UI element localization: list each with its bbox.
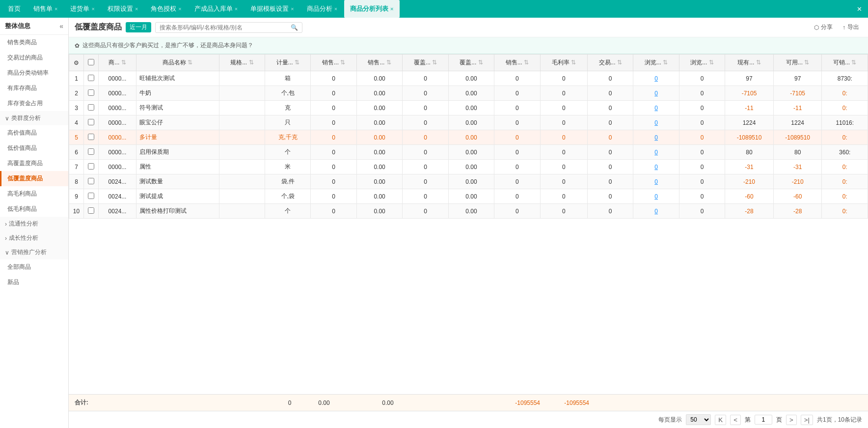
nav-goods-analysis-list[interactable]: 商品分析列表 × (344, 0, 399, 18)
sidebar-item-stocked-goods[interactable]: 有库存商品 (0, 81, 68, 96)
nav-goods-analysis-close[interactable]: × (334, 6, 337, 12)
row-checkbox[interactable] (84, 130, 99, 145)
sidebar-item-high-coverage[interactable]: 高覆盖度商品 (0, 156, 68, 171)
sidebar-item-low-margin[interactable]: 低毛利商品 (0, 201, 68, 217)
row-sales-qty: 0 (311, 174, 356, 189)
row-browse1[interactable]: 0 (633, 189, 679, 204)
top-nav: 首页 销售单 × 进货单 × 权限设置 × 角色授权 × 产成品入库单 × 单据… (0, 0, 868, 18)
nav-roles-close[interactable]: × (178, 6, 181, 12)
sidebar-collapse-btn[interactable]: « (59, 22, 63, 30)
sidebar-item-sales-goods[interactable]: 销售类商品 (0, 35, 68, 50)
nav-production-close[interactable]: × (235, 6, 238, 12)
col-cov2[interactable]: 覆盖... ⇅ (448, 55, 494, 71)
col-name[interactable]: 商品名称 ⇅ (136, 55, 219, 71)
sidebar-item-category-rate[interactable]: 商品分类动销率 (0, 65, 68, 81)
row-trade: 0 (588, 115, 633, 130)
table-container[interactable]: ⚙ 商... ⇅ 商品名称 ⇅ 规格... ⇅ 计量... ⇅ 销售... ⇅ … (69, 54, 868, 394)
sidebar-section-cluster[interactable]: ∨ 类群度分析 (0, 111, 68, 125)
row-checkbox[interactable] (84, 145, 99, 160)
last-page-btn[interactable]: >| (801, 415, 813, 425)
row-browse1[interactable]: 0 (633, 86, 679, 101)
page-size-select[interactable]: 50 20 100 (686, 414, 711, 425)
row-trade: 0 (588, 71, 633, 86)
sidebar-item-all-goods[interactable]: 全部商品 (0, 259, 68, 275)
nav-home[interactable]: 首页 (2, 0, 27, 18)
close-all-tabs[interactable]: ✕ (853, 5, 866, 13)
col-browse1[interactable]: 浏览... ⇅ (633, 55, 679, 71)
col-sales-qty[interactable]: 销售... ⇅ (311, 55, 356, 71)
nav-goods-analysis[interactable]: 商品分析 × (301, 0, 343, 18)
row-checkbox[interactable] (84, 101, 99, 115)
nav-permissions-close[interactable]: × (135, 6, 138, 12)
prev-page-btn[interactable]: < (730, 415, 741, 425)
col-sales-amt[interactable]: 销售... ⇅ (356, 55, 402, 71)
sidebar-item-high-margin[interactable]: 高毛利商品 (0, 186, 68, 201)
row-checkbox[interactable] (84, 160, 99, 174)
row-checkbox[interactable] (84, 189, 99, 204)
nav-template[interactable]: 单据模板设置 × (244, 0, 299, 18)
row-browse1[interactable]: 0 (633, 145, 679, 160)
nav-purchase-close[interactable]: × (91, 6, 94, 12)
table-row: 4 0000... 眼宝公仔 只 0 0.00 0 0.00 0 0 0 0 0… (69, 115, 868, 130)
sidebar-item-low-value[interactable]: 低价值商品 (0, 141, 68, 156)
row-checkbox[interactable] (84, 174, 99, 189)
col-browse2[interactable]: 浏览... ⇅ (679, 55, 725, 71)
row-browse1[interactable]: 0 (633, 115, 679, 130)
sidebar-item-traded-goods[interactable]: 交易过的商品 (0, 50, 68, 65)
row-checkbox[interactable] (84, 71, 99, 86)
row-no: 10 (69, 204, 84, 219)
nav-template-close[interactable]: × (291, 6, 294, 12)
col-settings[interactable]: ⚙ (69, 55, 84, 71)
nav-production[interactable]: 产成品入库单 × (189, 0, 244, 18)
row-checkbox[interactable] (84, 86, 99, 101)
col-current-stock[interactable]: 现有... ⇅ (725, 55, 774, 71)
export-btn[interactable]: ↑ 导出 (840, 22, 862, 33)
first-page-btn[interactable]: K (715, 415, 726, 425)
sidebar-item-high-value[interactable]: 高价值商品 (0, 125, 68, 141)
time-filter-btn[interactable]: 近一月 (126, 22, 151, 32)
sidebar-item-stock-capital[interactable]: 库存资金占用 (0, 96, 68, 111)
sidebar-section-circulation[interactable]: › 流通性分析 (0, 217, 68, 231)
row-checkbox[interactable] (84, 115, 99, 130)
nav-permissions[interactable]: 权限设置 × (102, 0, 144, 18)
nav-sales[interactable]: 销售单 × (27, 0, 63, 18)
col-sellable[interactable]: 可销... ⇅ (822, 55, 868, 71)
col-code[interactable]: 商... ⇅ (99, 55, 136, 71)
table-row: 6 0000... 启用保质期 个 0 0.00 0 0.00 0 0 0 0 … (69, 145, 868, 160)
nav-goods-list-close[interactable]: × (390, 6, 393, 12)
col-checkbox[interactable] (84, 55, 99, 71)
col-spec[interactable]: 规格... ⇅ (219, 55, 265, 71)
row-browse1[interactable]: 0 (633, 130, 679, 145)
next-page-btn[interactable]: > (786, 415, 797, 425)
search-icon[interactable]: 🔍 (291, 24, 298, 31)
sidebar-section-marketing[interactable]: ∨ 营销推广分析 (0, 245, 68, 259)
row-sales-qty: 0 (311, 86, 356, 101)
row-browse1[interactable]: 0 (633, 101, 679, 115)
nav-purchase[interactable]: 进货单 × (64, 0, 100, 18)
select-all-checkbox[interactable] (88, 59, 94, 65)
col-trade[interactable]: 交易... ⇅ (588, 55, 633, 71)
sidebar-section-growth[interactable]: › 成长性分析 (0, 231, 68, 245)
row-sales-amt: 0.00 (356, 86, 402, 101)
sidebar-item-low-coverage[interactable]: 低覆盖度商品 (0, 171, 68, 186)
col-margin[interactable]: 毛利率 ⇅ (540, 55, 588, 71)
row-browse1[interactable]: 0 (633, 204, 679, 219)
col-cov1[interactable]: 覆盖... ⇅ (403, 55, 448, 71)
col-unit[interactable]: 计量... ⇅ (265, 55, 311, 71)
sidebar-item-new-goods[interactable]: 新品 (0, 275, 68, 290)
row-spec (219, 71, 265, 86)
row-cov1: 0 (403, 174, 448, 189)
share-btn[interactable]: ⬡ 分享 (811, 22, 836, 33)
nav-sales-close[interactable]: × (54, 6, 57, 12)
row-browse1[interactable]: 0 (633, 174, 679, 189)
row-unit: 个 (265, 145, 311, 160)
page-number-input[interactable] (755, 415, 772, 425)
search-input[interactable] (160, 24, 289, 31)
row-code: 0000... (99, 86, 136, 101)
row-browse1[interactable]: 0 (633, 71, 679, 86)
col-sales3[interactable]: 销售... ⇅ (494, 55, 540, 71)
nav-roles[interactable]: 角色授权 × (145, 0, 187, 18)
row-checkbox[interactable] (84, 204, 99, 219)
col-available[interactable]: 可用... ⇅ (773, 55, 822, 71)
row-browse1[interactable]: 0 (633, 160, 679, 174)
